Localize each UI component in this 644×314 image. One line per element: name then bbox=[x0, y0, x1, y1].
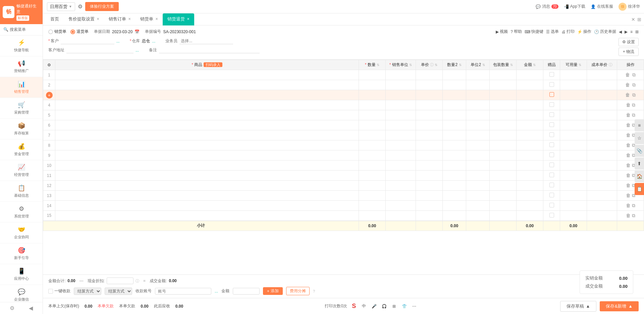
cost-price-cell[interactable] bbox=[587, 100, 617, 110]
qty2-cell[interactable] bbox=[443, 171, 466, 181]
qty-cell[interactable] bbox=[359, 120, 386, 130]
unit-price-sort-icon[interactable]: ⇅ bbox=[435, 63, 437, 67]
gift-checkbox[interactable] bbox=[549, 122, 554, 127]
available-sort-icon[interactable]: ⇅ bbox=[579, 63, 581, 67]
online-service-btn[interactable]: 👤 在线客服 bbox=[591, 4, 613, 9]
gift-cell[interactable] bbox=[543, 181, 560, 191]
unit-price-cell[interactable] bbox=[416, 80, 443, 90]
product-cell[interactable] bbox=[55, 70, 359, 80]
sale-unit-cell[interactable] bbox=[386, 150, 416, 161]
unit2-cell[interactable] bbox=[466, 120, 490, 130]
available-cell[interactable] bbox=[560, 201, 587, 211]
amount-cell[interactable] bbox=[517, 201, 543, 211]
date-value[interactable]: 2023-03-20 bbox=[112, 29, 132, 34]
account-dots[interactable]: ... bbox=[215, 289, 218, 294]
unit-price-cell[interactable] bbox=[416, 191, 443, 201]
tab-sale-return-close[interactable]: ✕ bbox=[187, 17, 190, 21]
unit-price-cell[interactable] bbox=[416, 110, 443, 120]
unit2-cell[interactable] bbox=[466, 100, 490, 110]
gift-checkbox[interactable] bbox=[549, 112, 554, 117]
tab-sale-return[interactable]: 销货退货 ✕ bbox=[163, 13, 194, 25]
gift-checkbox[interactable] bbox=[549, 72, 554, 77]
expand-tabs-btn[interactable]: ⊞ bbox=[637, 17, 641, 22]
gift-checkbox[interactable] bbox=[549, 173, 554, 177]
unit2-cell[interactable] bbox=[466, 70, 490, 80]
next-record-btn[interactable]: ▶ bbox=[625, 29, 628, 34]
copy-row-icon[interactable]: ⧉ bbox=[632, 203, 635, 208]
unit-price-cell[interactable] bbox=[416, 201, 443, 211]
copy-row-icon[interactable]: ⧉ bbox=[632, 112, 635, 118]
cost-price-cell[interactable] bbox=[587, 110, 617, 120]
qty-cell[interactable] bbox=[359, 211, 386, 221]
copy-row-icon[interactable]: ⧉ bbox=[632, 72, 636, 77]
product-cell[interactable] bbox=[55, 110, 359, 120]
cost-price-cell[interactable] bbox=[587, 191, 617, 201]
qty2-sort-icon[interactable]: ⇅ bbox=[459, 63, 462, 67]
unit2-cell[interactable] bbox=[466, 150, 490, 161]
unit2-cell[interactable] bbox=[466, 191, 490, 201]
help-action[interactable]: ? 帮助 bbox=[511, 29, 522, 35]
sidebar-item-operations[interactable]: 📈 经营管理 bbox=[0, 160, 43, 181]
unit-price-info-icon[interactable]: ⓘ bbox=[430, 63, 434, 67]
qty2-cell[interactable] bbox=[443, 80, 466, 90]
calc-method-select[interactable]: 结算方式 bbox=[105, 288, 132, 295]
qty2-cell[interactable] bbox=[443, 201, 466, 211]
amount-cell[interactable] bbox=[517, 181, 543, 191]
unit-price-cell[interactable] bbox=[416, 161, 443, 171]
available-cell[interactable] bbox=[560, 120, 587, 130]
available-cell[interactable] bbox=[560, 110, 587, 120]
gift-cell[interactable] bbox=[543, 100, 560, 110]
operate-action[interactable]: ⚡ 操作 bbox=[577, 29, 591, 35]
delete-row-icon[interactable]: 🗑 bbox=[626, 193, 631, 198]
warehouse-dots[interactable]: ... bbox=[152, 39, 155, 44]
cost-price-cell[interactable] bbox=[587, 161, 617, 171]
tab-sale-order[interactable]: 销售订单 ✕ bbox=[104, 13, 136, 25]
sale-unit-cell[interactable] bbox=[386, 161, 416, 171]
tab-sale-delivery-close[interactable]: ✕ bbox=[155, 17, 158, 21]
tab-sale-price[interactable]: 售价提取设置 ✕ bbox=[64, 13, 104, 25]
pack-qty-cell[interactable] bbox=[490, 120, 517, 130]
sidebar-item-guide[interactable]: 🎯 新手引导 bbox=[0, 243, 43, 264]
amount-cell[interactable] bbox=[517, 130, 543, 140]
qty-cell[interactable] bbox=[359, 80, 386, 90]
delete-row-icon[interactable]: 🗑 bbox=[626, 122, 631, 128]
delete-row-icon[interactable]: 🗑 bbox=[626, 102, 631, 108]
footer-amount-input[interactable] bbox=[233, 288, 260, 295]
shortcut-action[interactable]: ⌨ 快捷键 bbox=[525, 29, 543, 35]
amount-cell[interactable] bbox=[517, 150, 543, 161]
qty-cell[interactable] bbox=[359, 171, 386, 181]
sale-unit-cell[interactable] bbox=[386, 90, 416, 100]
product-cell[interactable] bbox=[55, 161, 359, 171]
calendar-icon[interactable]: 📅 bbox=[135, 29, 140, 34]
amount-sort-icon[interactable]: ⇅ bbox=[533, 63, 536, 67]
app-download-btn[interactable]: 📲 App下载 bbox=[564, 4, 585, 9]
one-click-collect-check[interactable]: 一键收款 bbox=[48, 288, 70, 294]
view-grid-btn[interactable]: ⊞ bbox=[635, 29, 639, 34]
tshirt-icon[interactable]: 👕 bbox=[400, 302, 408, 310]
delete-row-icon[interactable]: 🗑 bbox=[625, 82, 630, 87]
float-btn-5[interactable]: 🏠 bbox=[635, 170, 644, 182]
delete-row-icon[interactable]: 🗑 bbox=[626, 112, 631, 118]
available-cell[interactable] bbox=[560, 80, 587, 90]
sidebar-item-marketing[interactable]: 📢 营销推广 bbox=[0, 56, 43, 77]
gift-cell[interactable] bbox=[543, 130, 560, 140]
collapse-btn[interactable]: ◀ bbox=[29, 305, 33, 311]
cost-price-cell[interactable] bbox=[587, 130, 617, 140]
unit-price-cell[interactable] bbox=[416, 100, 443, 110]
delete-row-icon[interactable]: 🗑 bbox=[625, 92, 630, 98]
gift-checkbox[interactable] bbox=[549, 102, 554, 107]
product-cell[interactable] bbox=[55, 140, 359, 150]
qty2-cell[interactable] bbox=[443, 120, 466, 130]
amount-cell[interactable] bbox=[517, 90, 543, 100]
cost-price-cell[interactable] bbox=[587, 181, 617, 191]
product-cell[interactable] bbox=[55, 80, 359, 90]
amount-cell[interactable] bbox=[517, 140, 543, 150]
amount-cell[interactable] bbox=[517, 171, 543, 181]
qty2-cell[interactable] bbox=[443, 110, 466, 120]
unit2-cell[interactable] bbox=[466, 140, 490, 150]
delete-row-icon[interactable]: 🗑 bbox=[626, 142, 631, 148]
qty2-cell[interactable] bbox=[443, 211, 466, 221]
message-btn[interactable]: 💬 消息 70 bbox=[536, 4, 558, 9]
scan-input-btn[interactable]: 扫码录入 bbox=[204, 62, 222, 67]
mic-icon[interactable]: 🎤 bbox=[370, 302, 378, 310]
